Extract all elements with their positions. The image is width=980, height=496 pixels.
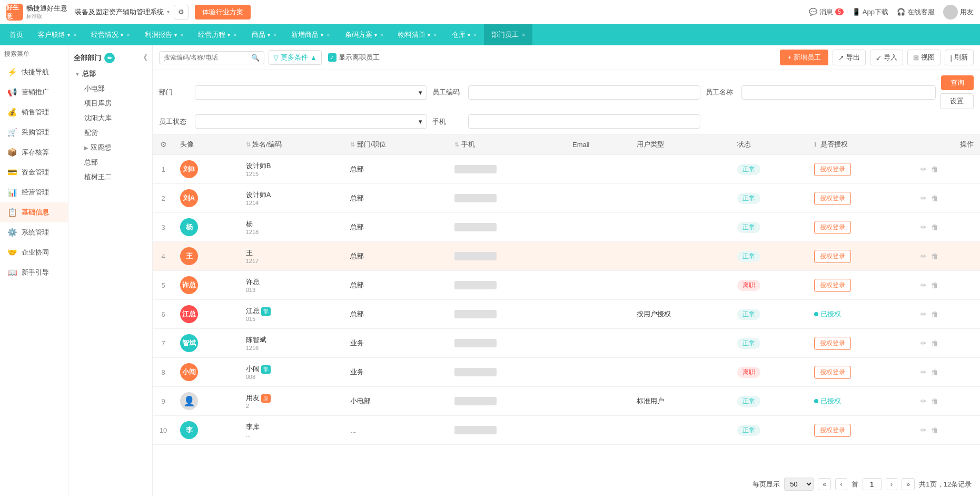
show-resign-checkbox[interactable]: ✓ 显示离职员工 xyxy=(328,53,380,62)
tab-close-icon[interactable]: × xyxy=(233,32,236,38)
sidebar-item-management[interactable]: 📊 经营管理 xyxy=(0,182,68,202)
trial-button[interactable]: 体验行业方案 xyxy=(195,5,251,20)
tab-close-icon[interactable]: × xyxy=(73,32,76,38)
authorize-button[interactable]: 授权登录 xyxy=(814,221,851,234)
search-input[interactable] xyxy=(164,54,251,61)
delete-icon[interactable]: 🗑 xyxy=(931,339,938,347)
authorize-button[interactable]: 授权登录 xyxy=(814,366,851,379)
authorize-button[interactable]: 授权登录 xyxy=(814,279,851,292)
sidebar-item-guide[interactable]: 📖 新手引导 xyxy=(0,262,68,283)
delete-icon[interactable]: 🗑 xyxy=(931,397,938,405)
sidebar-item-finance[interactable]: 💳 资金管理 xyxy=(0,162,68,182)
sidebar-item-inventory[interactable]: 📦 库存核算 xyxy=(0,142,68,162)
authorize-button[interactable]: 授权登录 xyxy=(814,424,851,437)
print-button[interactable]: | 刷新 xyxy=(945,50,974,65)
emp-status-filter-select[interactable]: ▾ xyxy=(195,114,427,129)
nav-tab-operations[interactable]: 经营情况 ▾ × xyxy=(84,24,137,45)
edit-icon[interactable]: ✏ xyxy=(920,310,927,318)
sidebar-item-purchase[interactable]: 🛒 采购管理 xyxy=(0,122,68,142)
nav-tab-warehouse[interactable]: 仓库 ▾ × xyxy=(444,24,484,45)
tab-close-icon[interactable]: × xyxy=(433,32,437,38)
nav-tab-barcode[interactable]: 条码方案 ▾ × xyxy=(338,24,391,45)
online-service-btn[interactable]: 🎧 在线客服 xyxy=(897,7,935,17)
nav-tab-goods[interactable]: 商品 ▾ × xyxy=(244,24,284,45)
dept-filter-select[interactable]: ▾ xyxy=(195,85,427,100)
nav-tab-profit[interactable]: 利润报告 ▾ × xyxy=(137,24,191,45)
table-settings-icon[interactable]: ⚙ xyxy=(160,140,167,149)
next-page-btn[interactable]: › xyxy=(886,478,897,490)
edit-icon[interactable]: ✏ xyxy=(920,194,927,202)
tab-close-icon[interactable]: × xyxy=(380,32,383,38)
nav-tab-home[interactable]: 首页 xyxy=(2,24,31,45)
message-btn[interactable]: 💬 消息 5 xyxy=(809,7,844,17)
sidebar-item-marketing[interactable]: 📢 营销推广 xyxy=(0,82,68,102)
dept-node-project-room[interactable]: 项目库房 xyxy=(68,96,152,111)
edit-icon[interactable]: ✏ xyxy=(920,281,927,289)
dept-node-shenyang[interactable]: 沈阳大库 xyxy=(68,111,152,125)
edit-icon[interactable]: ✏ xyxy=(920,426,927,434)
delete-icon[interactable]: 🗑 xyxy=(931,281,938,289)
edit-icon[interactable]: ✏ xyxy=(920,223,927,231)
authorize-button[interactable]: 授权登录 xyxy=(814,192,851,205)
export-button[interactable]: ↗ 导出 xyxy=(833,50,866,65)
dept-collapse-icon[interactable]: 《 xyxy=(140,53,147,63)
sidebar-item-sales[interactable]: 💰 销售管理 xyxy=(0,102,68,122)
sidebar-item-basic-info[interactable]: 📋 基础信息 xyxy=(0,202,68,222)
tab-close-icon[interactable]: × xyxy=(180,32,183,38)
reset-button[interactable]: 设置 xyxy=(940,93,974,109)
gear-button[interactable]: ⚙ xyxy=(174,5,189,20)
dept-node-head-office[interactable]: 总部 xyxy=(68,155,152,170)
nav-tab-material[interactable]: 物料清单 ▾ × xyxy=(391,24,444,45)
edit-icon[interactable]: ✏ xyxy=(920,165,927,173)
delete-icon[interactable]: 🗑 xyxy=(931,426,938,434)
nav-tab-employees[interactable]: 部门员工 × xyxy=(484,24,532,45)
phone-filter-input[interactable] xyxy=(468,114,700,129)
delete-icon[interactable]: 🗑 xyxy=(931,252,938,260)
edit-icon[interactable]: ✏ xyxy=(920,368,927,376)
query-button[interactable]: 查询 xyxy=(941,75,974,90)
delete-icon[interactable]: 🗑 xyxy=(931,223,938,231)
nav-tab-new-goods[interactable]: 新增商品 ▾ × xyxy=(284,24,337,45)
first-page-btn[interactable]: « xyxy=(818,478,831,490)
tab-close-icon[interactable]: × xyxy=(326,32,330,38)
per-page-select[interactable]: 50 20 100 xyxy=(784,478,814,491)
nav-tab-history[interactable]: 经营历程 ▾ × xyxy=(191,24,244,45)
nav-tab-customer[interactable]: 客户联络 ▾ × xyxy=(31,24,84,45)
tab-close-icon[interactable]: × xyxy=(126,32,130,38)
authorize-button[interactable]: 授权登录 xyxy=(814,250,851,263)
edit-icon[interactable]: ✏ xyxy=(920,397,927,405)
last-page-btn[interactable]: » xyxy=(902,478,915,490)
prev-page-btn[interactable]: ‹ xyxy=(835,478,847,490)
more-filter-btn[interactable]: ▽ 更多条件 ▲ xyxy=(269,50,322,65)
dept-node-plant-tree[interactable]: 植树王二 xyxy=(68,170,152,184)
sidebar-search-input[interactable] xyxy=(4,50,68,57)
sidebar-item-system[interactable]: ⚙️ 系统管理 xyxy=(0,222,68,242)
emp-code-filter-input[interactable] xyxy=(468,85,700,100)
page-input[interactable] xyxy=(863,478,882,490)
authorize-button[interactable]: 授权登录 xyxy=(814,163,851,176)
add-employee-button[interactable]: + 新增员工 xyxy=(780,50,828,65)
dept-node-double-deer[interactable]: ▶ 双鹿想 xyxy=(68,140,152,155)
tab-close-icon[interactable]: × xyxy=(522,32,525,38)
import-button[interactable]: ↙ 导入 xyxy=(870,50,903,65)
emp-name-filter-input[interactable] xyxy=(741,85,936,100)
edit-icon[interactable]: ✏ xyxy=(920,339,927,347)
view-button[interactable]: ⊞ 视图 xyxy=(907,50,941,65)
sidebar-item-quick-nav[interactable]: ⚡ 快捷导航 xyxy=(0,62,68,82)
user-menu[interactable]: 用友 xyxy=(943,5,974,20)
dept-node-delivery[interactable]: 配货 xyxy=(68,125,152,140)
delete-icon[interactable]: 🗑 xyxy=(931,165,938,173)
dept-group-head[interactable]: ▼ 总部 xyxy=(68,66,152,81)
title-dropdown-icon[interactable]: ▾ xyxy=(167,9,170,15)
delete-icon[interactable]: 🗑 xyxy=(931,310,938,318)
authorize-button[interactable]: 授权登录 xyxy=(814,337,851,350)
delete-icon[interactable]: 🗑 xyxy=(931,194,938,202)
edit-icon[interactable]: ✏ xyxy=(920,252,927,260)
tab-close-icon[interactable]: × xyxy=(473,32,477,38)
dept-edit-icon[interactable]: ✏ xyxy=(104,53,115,63)
delete-icon[interactable]: 🗑 xyxy=(931,368,938,376)
dept-node-small-elec[interactable]: 小电部 xyxy=(68,81,152,96)
sidebar-item-cooperation[interactable]: 🤝 企业协同 xyxy=(0,242,68,262)
tab-close-icon[interactable]: × xyxy=(273,32,276,38)
app-download-btn[interactable]: 📱 App下载 xyxy=(852,7,888,17)
